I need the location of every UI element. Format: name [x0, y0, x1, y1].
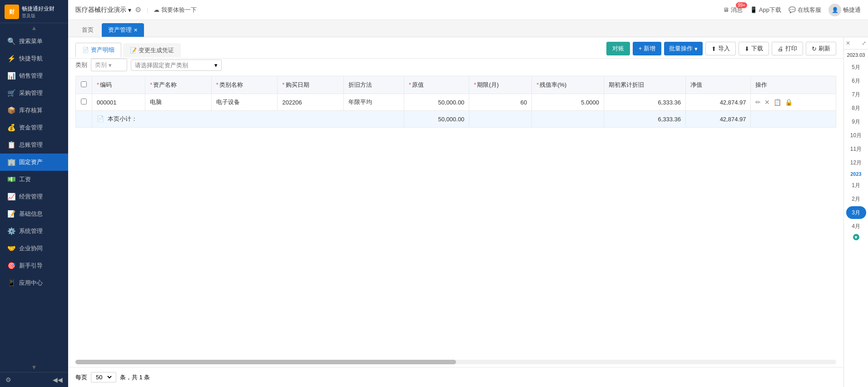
- th-accumulated-depreciation: 期初累计折旧: [604, 76, 685, 94]
- sidebar-item-system[interactable]: ⚙️系统管理: [0, 223, 68, 240]
- sidebar: 财 畅捷通好业财 普及版 ▲ 🔍搜索菜单⚡快捷导航📊销售管理🛒采购管理📦库存核算…: [0, 0, 68, 387]
- sidebar-item-quick-nav[interactable]: ⚡快捷导航: [0, 50, 68, 67]
- th-net-value: 净值: [686, 76, 751, 94]
- sub-tab-asset-detail[interactable]: 📄 资产明细: [75, 43, 121, 58]
- sidebar-item-basic-info[interactable]: 📝基础信息: [0, 205, 68, 223]
- month-7[interactable]: 7月: [846, 88, 866, 101]
- category-filter-input[interactable]: [135, 62, 214, 69]
- sidebar-item-search[interactable]: 🔍搜索菜单: [0, 33, 68, 50]
- scroll-indicator[interactable]: ▼: [853, 234, 859, 240]
- sidebar-item-label-operations: 经营管理: [19, 193, 43, 201]
- salary-icon: 💵: [7, 175, 15, 184]
- month-10[interactable]: 10月: [846, 129, 866, 142]
- ledger-icon: 📋: [7, 141, 15, 149]
- copy-icon[interactable]: 📋: [774, 99, 781, 106]
- sidebar-item-label-app-center: 应用中心: [19, 279, 43, 287]
- th-residual-rate: *残值率(%): [532, 76, 604, 94]
- sidebar-item-label-sales: 销售管理: [19, 72, 43, 80]
- subtotal-empty1: [76, 111, 92, 128]
- tab-asset-mgmt[interactable]: 资产管理 ✕: [102, 23, 144, 37]
- month-2[interactable]: 2月: [846, 193, 866, 205]
- export-button[interactable]: ⬆ 导入: [705, 42, 736, 55]
- settings-icon[interactable]: ⚙: [5, 376, 11, 383]
- refresh-button[interactable]: ↻ 刷新: [806, 42, 836, 55]
- sidebar-item-salary[interactable]: 💵工资: [0, 171, 68, 188]
- print-icon: 🖨: [778, 45, 784, 52]
- month-9[interactable]: 9月: [846, 115, 866, 128]
- collapse-icon[interactable]: ◀◀: [53, 376, 63, 383]
- more-icon[interactable]: 🔒: [785, 99, 793, 106]
- download-icon: ⬇: [744, 45, 749, 52]
- th-depreciation-method: 折旧方法: [344, 76, 404, 94]
- sidebar-item-label-salary: 工资: [19, 175, 31, 184]
- month-5[interactable]: 5月: [846, 61, 866, 74]
- sidebar-item-ledger[interactable]: 📋总账管理: [0, 136, 68, 154]
- category-type-select[interactable]: 类别 ▾: [91, 59, 127, 71]
- experience-button[interactable]: ☁ 我要体验一下: [154, 6, 197, 14]
- export-label: 导入: [718, 45, 730, 53]
- bell-icon: 🖥: [723, 6, 729, 13]
- expand-panel-icon[interactable]: ⤢: [862, 40, 866, 46]
- th-period: *期限(月): [469, 76, 532, 94]
- user-item[interactable]: 👤 畅捷通: [828, 4, 861, 16]
- month-1[interactable]: 1月: [846, 179, 866, 192]
- sidebar-item-inventory[interactable]: 📦库存核算: [0, 102, 68, 119]
- horizontal-scrollbar[interactable]: [75, 360, 836, 364]
- category-filter-input-wrap[interactable]: ▾: [131, 60, 222, 71]
- row-check: [76, 94, 92, 111]
- month-6[interactable]: 6月: [846, 74, 866, 87]
- app-logo-text: 畅捷通好业财 普及版: [22, 5, 55, 19]
- sidebar-item-fixed-assets[interactable]: 🏢固定资产: [0, 154, 68, 171]
- row-checkbox[interactable]: [81, 99, 87, 104]
- batch-button[interactable]: 批量操作 ▾: [664, 42, 703, 55]
- table-wrap: *编码 *资产名称 *类别名称 *购买日期 折旧方法 *原值 *期限(月) *残…: [68, 76, 843, 357]
- online-service-item[interactable]: 💬 在线客服: [789, 6, 821, 14]
- company-selector[interactable]: 医疗器械行业演示 ▾: [75, 6, 131, 14]
- month-11[interactable]: 11月: [846, 143, 866, 155]
- cloud-icon: ☁: [154, 6, 159, 13]
- th-original-value: *原值: [404, 76, 469, 94]
- app-download-item[interactable]: 📱 App下载: [750, 6, 781, 14]
- th-check: [76, 76, 92, 94]
- th-purchase-date: *购买日期: [278, 76, 344, 94]
- sidebar-item-capital[interactable]: 💰资金管理: [0, 119, 68, 136]
- sidebar-item-app-center[interactable]: 📱应用中心: [0, 274, 68, 292]
- scrollbar-thumb[interactable]: [75, 360, 456, 364]
- month-4[interactable]: 4月: [846, 220, 866, 233]
- sidebar-item-label-inventory: 库存核算: [19, 106, 43, 114]
- sidebar-item-enterprise[interactable]: 🤝企业协同: [0, 240, 68, 257]
- close-panel-icon[interactable]: ✕: [846, 40, 850, 46]
- delete-icon[interactable]: ✕: [764, 99, 770, 106]
- page-size-select[interactable]: 50 100: [91, 372, 116, 382]
- sidebar-item-guide[interactable]: 🎯新手引导: [0, 257, 68, 274]
- select-all-checkbox[interactable]: [81, 81, 87, 87]
- right-panel: ✕ ⤢ 2023.03 5月 6月 7月 8月 9月 10月 11月 12月 2…: [843, 37, 868, 387]
- month-8[interactable]: 8月: [846, 102, 866, 114]
- row-residual-rate: 5.0000: [532, 94, 604, 111]
- sidebar-scroll-down[interactable]: ▼: [0, 362, 68, 372]
- page-size-dropdown[interactable]: 50 100: [94, 373, 113, 381]
- sidebar-scroll-up[interactable]: ▲: [0, 23, 68, 33]
- sub-tab-change-voucher[interactable]: 📝 变更生成凭证: [123, 43, 181, 57]
- sidebar-item-sales[interactable]: 📊销售管理: [0, 67, 68, 84]
- sidebar-item-label-quick-nav: 快捷导航: [19, 55, 43, 63]
- notifications-badge: 99+: [736, 2, 747, 8]
- sidebar-item-operations[interactable]: 📈经营管理: [0, 188, 68, 205]
- sidebar-item-purchase[interactable]: 🛒采购管理: [0, 84, 68, 102]
- tab-home[interactable]: 首页: [75, 23, 100, 37]
- month-12[interactable]: 12月: [846, 156, 866, 169]
- gear-button[interactable]: ⚙: [135, 5, 141, 14]
- edit-icon[interactable]: ✏: [755, 99, 761, 106]
- new-button[interactable]: + 新增: [633, 42, 661, 55]
- filter-dropdown-icon: ▾: [214, 62, 218, 69]
- month-3-current[interactable]: 3月: [846, 206, 866, 219]
- print-button[interactable]: 🖨 打印: [772, 42, 803, 55]
- notifications-item[interactable]: 🖥 消息 99+: [723, 6, 743, 14]
- row-actions: ✏ ✕ 📋 🔒: [751, 94, 836, 111]
- tab-close-icon[interactable]: ✕: [134, 27, 138, 33]
- fixed-assets-icon: 🏢: [7, 158, 15, 166]
- sidebar-logo: 财 畅捷通好业财 普及版: [0, 0, 68, 23]
- download-button[interactable]: ⬇ 下载: [739, 42, 769, 55]
- online-service-label: 在线客服: [798, 6, 821, 14]
- reconcile-button[interactable]: 对账: [606, 42, 630, 55]
